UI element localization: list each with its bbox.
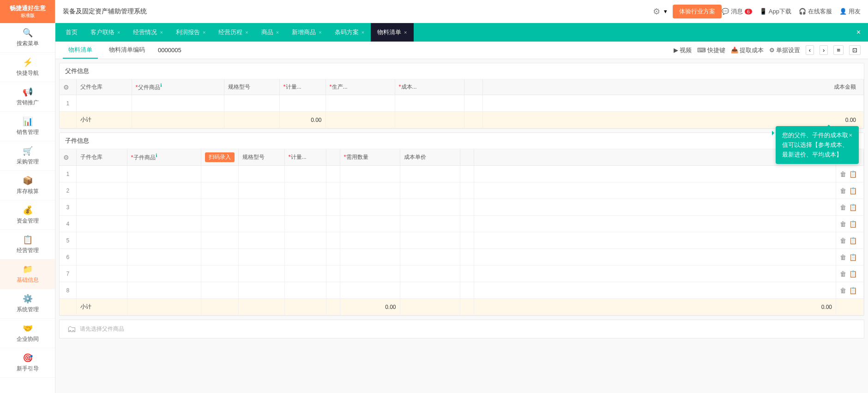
nav-expand-button[interactable]: ⊡ xyxy=(849,45,861,55)
child-row-goods[interactable] xyxy=(127,282,201,299)
nav-prev-button[interactable]: ‹ xyxy=(806,45,814,55)
tab-history[interactable]: 经营历程 × xyxy=(212,23,254,42)
sidebar-item-marketing[interactable]: 📢 营销推广 xyxy=(0,82,55,112)
sidebar-item-quicknav[interactable]: ⚡ 快捷导航 xyxy=(0,53,55,82)
copy-icon[interactable]: 📋 xyxy=(849,204,857,211)
child-row-quantity[interactable] xyxy=(340,182,400,199)
tooltip-close-button[interactable]: × xyxy=(849,131,852,140)
close-icon[interactable]: × xyxy=(203,30,205,35)
child-row-unit-price[interactable] xyxy=(400,282,460,299)
close-all-tabs[interactable]: × xyxy=(853,28,864,36)
tab-operations[interactable]: 经营情况 × xyxy=(127,23,169,42)
parent-row-cost[interactable] xyxy=(395,95,464,112)
child-row-unit-price[interactable] xyxy=(400,232,460,249)
child-row-unit[interactable] xyxy=(284,249,326,266)
copy-icon[interactable]: 📋 xyxy=(849,270,857,278)
sidebar-item-purchase[interactable]: 🛒 采购管理 xyxy=(0,141,55,171)
child-row-quantity[interactable] xyxy=(340,232,400,249)
video-button[interactable]: ▶ 视频 xyxy=(674,46,692,54)
parent-row-goods[interactable] xyxy=(132,95,224,112)
sidebar-item-operations[interactable]: 📋 经营管理 xyxy=(0,230,55,260)
tab-new-goods[interactable]: 新增商品 × xyxy=(285,23,328,42)
child-row-quantity[interactable] xyxy=(340,282,400,299)
tab-profit[interactable]: 利润报告 × xyxy=(169,23,212,42)
tab-customer[interactable]: 客户联络 × xyxy=(84,23,127,42)
doc-settings-button[interactable]: ⚙ 单据设置 xyxy=(769,46,800,54)
sidebar-item-search[interactable]: 🔍 搜索菜单 xyxy=(0,23,55,53)
parent-row-production[interactable] xyxy=(326,95,395,112)
child-row-quantity[interactable] xyxy=(340,249,400,266)
delete-icon[interactable]: 🗑 xyxy=(840,270,846,278)
child-row-quantity[interactable] xyxy=(340,216,400,232)
toolbar-tab-list[interactable]: 物料清单 xyxy=(63,42,98,59)
child-row-warehouse[interactable] xyxy=(76,199,127,216)
close-icon[interactable]: × xyxy=(276,30,279,35)
close-icon[interactable]: × xyxy=(362,30,364,35)
user-button[interactable]: 👤 用友 xyxy=(839,7,861,16)
copy-icon[interactable]: 📋 xyxy=(849,287,857,294)
child-row-goods[interactable] xyxy=(127,216,201,232)
child-row-spec[interactable] xyxy=(238,199,284,216)
child-row-warehouse[interactable] xyxy=(76,282,127,299)
child-row-spec[interactable] xyxy=(238,232,284,249)
copy-icon[interactable]: 📋 xyxy=(849,237,857,244)
child-row-unit-price[interactable] xyxy=(400,166,460,182)
nav-menu-button[interactable]: ≡ xyxy=(833,45,844,55)
delete-icon[interactable]: 🗑 xyxy=(840,220,846,228)
child-row-goods[interactable] xyxy=(127,166,201,182)
close-icon[interactable]: × xyxy=(117,30,120,35)
parent-row-spec[interactable] xyxy=(224,95,279,112)
sidebar-item-guide[interactable]: 🎯 新手引导 xyxy=(0,348,55,378)
child-row-unit-price[interactable] xyxy=(400,182,460,199)
child-row-unit-price[interactable] xyxy=(400,216,460,232)
delete-icon[interactable]: 🗑 xyxy=(840,170,846,178)
child-row-warehouse[interactable] xyxy=(76,249,127,266)
dropdown-btn[interactable]: ▾ xyxy=(664,8,667,15)
close-icon[interactable]: × xyxy=(319,30,321,35)
message-button[interactable]: 💬 消息 6 xyxy=(722,7,752,16)
child-row-unit-price[interactable] xyxy=(400,249,460,266)
sidebar-item-sales[interactable]: 📊 销售管理 xyxy=(0,112,55,141)
child-row-unit-price[interactable] xyxy=(400,199,460,216)
settings-btn[interactable]: ⚙ xyxy=(653,6,660,17)
child-row-goods[interactable] xyxy=(127,266,201,282)
delete-icon[interactable]: 🗑 xyxy=(840,254,846,261)
sidebar-item-collab[interactable]: 🤝 企业协同 xyxy=(0,319,55,348)
parent-row-warehouse[interactable] xyxy=(76,95,132,112)
copy-icon[interactable]: 📋 xyxy=(849,187,857,194)
child-row-goods[interactable] xyxy=(127,182,201,199)
child-row-unit[interactable] xyxy=(284,216,326,232)
try-plan-button[interactable]: 体验行业方案 xyxy=(673,5,722,18)
child-row-goods[interactable] xyxy=(127,249,201,266)
parent-row-unit[interactable] xyxy=(279,95,326,112)
child-row-unit[interactable] xyxy=(284,182,326,199)
child-row-warehouse[interactable] xyxy=(76,232,127,249)
delete-icon[interactable]: 🗑 xyxy=(840,287,846,294)
online-service-button[interactable]: 🎧 在线客服 xyxy=(799,7,832,16)
sidebar-item-basic[interactable]: 📁 基础信息 xyxy=(0,260,55,289)
child-row-warehouse[interactable] xyxy=(76,182,127,199)
copy-icon[interactable]: 📋 xyxy=(849,170,857,178)
child-row-unit[interactable] xyxy=(284,282,326,299)
scan-button[interactable]: 扫码录入 xyxy=(205,152,235,162)
tab-bom[interactable]: 物料清单 × xyxy=(371,23,413,42)
app-download-button[interactable]: 📱 App下载 xyxy=(760,7,791,16)
tab-barcode[interactable]: 条码方案 × xyxy=(328,23,371,42)
copy-icon[interactable]: 📋 xyxy=(849,220,857,228)
child-row-spec[interactable] xyxy=(238,266,284,282)
close-icon[interactable]: × xyxy=(245,30,248,35)
cost-extract-button[interactable]: 📥 提取成本 xyxy=(731,46,764,54)
delete-icon[interactable]: 🗑 xyxy=(840,187,846,194)
child-row-goods[interactable] xyxy=(127,199,201,216)
child-row-warehouse[interactable] xyxy=(76,166,127,182)
nav-next-button[interactable]: › xyxy=(820,45,828,55)
close-icon[interactable]: × xyxy=(160,30,163,35)
child-row-spec[interactable] xyxy=(238,166,284,182)
child-row-spec[interactable] xyxy=(238,216,284,232)
child-row-goods[interactable] xyxy=(127,232,201,249)
child-row-unit-price[interactable] xyxy=(400,266,460,282)
child-row-warehouse[interactable] xyxy=(76,216,127,232)
child-row-unit[interactable] xyxy=(284,166,326,182)
child-settings-gear-icon[interactable]: ⚙ xyxy=(63,154,69,161)
child-row-unit[interactable] xyxy=(284,266,326,282)
